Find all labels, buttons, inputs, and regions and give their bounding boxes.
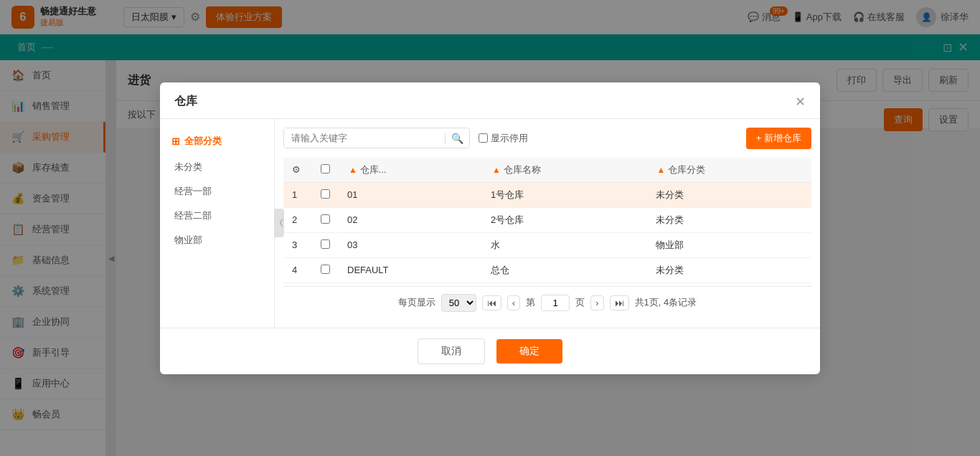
all-categories[interactable]: ⊞ 全部分类	[160, 128, 274, 155]
modal-toolbar: 🔍 显示停用 + 新增仓库	[283, 128, 811, 149]
modal-header: 仓库 ✕	[160, 82, 820, 119]
cat-item-ops2[interactable]: 经营二部	[160, 204, 274, 228]
search-btn[interactable]: 🔍	[445, 133, 469, 144]
row-checkbox[interactable]	[321, 189, 330, 199]
first-page-btn[interactable]: ⏮	[482, 295, 501, 310]
page-unit: 页	[575, 296, 585, 309]
row-name: 1号仓库	[482, 182, 646, 207]
page-label: 第	[526, 296, 535, 309]
grid-icon: ⊞	[171, 136, 180, 147]
cat-item-property[interactable]: 物业部	[160, 228, 274, 252]
table-row[interactable]: 4 DEFAULT 总仓 未分类	[283, 257, 811, 282]
select-all-checkbox[interactable]	[321, 164, 330, 174]
modal-close-btn[interactable]: ✕	[795, 94, 806, 110]
modal-main: 🔍 显示停用 + 新增仓库 ⚙	[275, 119, 820, 328]
row-no: 3	[283, 232, 312, 257]
row-name: 总仓	[482, 257, 646, 282]
row-code: DEFAULT	[339, 257, 482, 282]
show-disabled-label[interactable]: 显示停用	[479, 132, 528, 145]
last-page-btn[interactable]: ⏭	[610, 295, 629, 310]
table-header-row: ⚙ ▲ 仓库... ▲ 仓库名称	[283, 158, 811, 183]
confirm-btn[interactable]: 确定	[496, 339, 562, 364]
row-category: 未分类	[647, 182, 811, 207]
row-name: 2号仓库	[482, 207, 646, 232]
per-page-select[interactable]: 50	[441, 294, 476, 312]
row-category: 未分类	[647, 207, 811, 232]
col-cat-sort-icon: ▲	[657, 165, 666, 175]
col-name-sort-icon: ▲	[492, 165, 501, 175]
modal-overlay: 仓库 ✕ ⊞ 全部分类 未分类 经营一部 经营二部	[0, 0, 980, 456]
row-checkbox[interactable]	[321, 214, 330, 224]
row-checkbox[interactable]	[321, 265, 330, 274]
row-code: 01	[339, 182, 482, 207]
all-categories-label: 全部分类	[184, 135, 222, 148]
row-no: 1	[283, 182, 312, 207]
show-disabled-checkbox[interactable]	[479, 133, 488, 143]
row-category: 未分类	[647, 257, 811, 282]
col-category: ▲ 仓库分类	[647, 158, 811, 183]
col-checkbox	[312, 158, 339, 183]
col-settings: ⚙	[283, 158, 312, 183]
modal-table: ⚙ ▲ 仓库... ▲ 仓库名称	[283, 158, 811, 283]
modal-title: 仓库	[174, 94, 197, 109]
modal-actions: 取消 确定	[160, 328, 820, 374]
row-code: 03	[339, 232, 482, 257]
modal-sidebar: ⊞ 全部分类 未分类 经营一部 经营二部 物业部 《	[160, 119, 275, 328]
add-warehouse-btn[interactable]: + 新增仓库	[746, 128, 811, 149]
col-sort-icon: ▲	[349, 165, 357, 175]
cat-item-unclassified[interactable]: 未分类	[160, 155, 274, 179]
next-page-btn[interactable]: ›	[590, 295, 603, 310]
row-checkbox[interactable]	[321, 239, 330, 249]
row-code: 02	[339, 207, 482, 232]
total-info: 共1页, 4条记录	[635, 296, 697, 309]
col-name: ▲ 仓库名称	[482, 158, 646, 183]
row-no: 2	[283, 207, 312, 232]
search-box: 🔍	[283, 128, 470, 148]
cat-item-ops1[interactable]: 经营一部	[160, 179, 274, 204]
table-row[interactable]: 3 03 水 物业部	[283, 232, 811, 257]
page-input[interactable]	[541, 295, 570, 311]
prev-page-btn[interactable]: ‹	[507, 295, 520, 310]
table-row[interactable]: 2 02 2号仓库 未分类	[283, 207, 811, 232]
warehouse-table: ⚙ ▲ 仓库... ▲ 仓库名称	[283, 158, 811, 283]
cancel-btn[interactable]: 取消	[418, 338, 485, 364]
modal-body: ⊞ 全部分类 未分类 经营一部 经营二部 物业部 《	[160, 119, 820, 328]
row-no: 4	[283, 257, 312, 282]
sidebar-collapse-arrow[interactable]: 《	[274, 209, 284, 237]
pagination: 每页显示 50 ⏮ ‹ 第 页 › ⏭ 共1页, 4条记录	[283, 286, 811, 319]
table-row[interactable]: 1 01 1号仓库 未分类	[283, 182, 811, 207]
row-category: 物业部	[647, 232, 811, 257]
warehouse-modal: 仓库 ✕ ⊞ 全部分类 未分类 经营一部 经营二部	[160, 82, 820, 374]
row-name: 水	[482, 232, 646, 257]
per-page-label: 每页显示	[398, 296, 435, 309]
col-code: ▲ 仓库...	[339, 158, 482, 183]
search-input[interactable]	[284, 128, 445, 148]
